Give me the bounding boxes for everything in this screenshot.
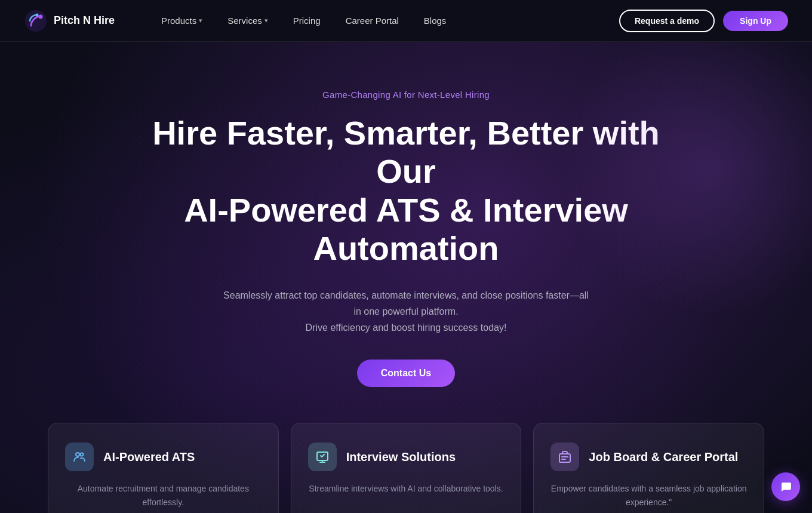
hero-section: Game-Changing AI for Next-Level Hiring H… (0, 42, 812, 513)
chevron-down-icon: ▾ (264, 17, 268, 24)
card-interview-title: Interview Solutions (346, 450, 456, 464)
card-ats-desc: Automate recruitment and manage candidat… (65, 482, 262, 509)
card-jobboard-header: Job Board & Career Portal (550, 443, 747, 471)
card-jobboard-title: Job Board & Career Portal (589, 450, 738, 464)
card-jobboard: Job Board & Career Portal Empower candid… (533, 423, 764, 513)
nav-item-career-portal[interactable]: Career Portal (335, 11, 410, 30)
feature-cards-grid: AI-Powered ATS Automate recruitment and … (48, 423, 764, 513)
svg-rect-6 (559, 454, 570, 462)
request-demo-button[interactable]: Request a demo (619, 10, 715, 32)
brand-logo-link[interactable]: Pitch N Hire (24, 9, 115, 33)
svg-point-4 (81, 453, 84, 456)
brand-name-text: Pitch N Hire (54, 14, 115, 27)
nav-links: Products ▾ Services ▾ Pricing Career Por… (150, 11, 619, 30)
nav-item-blogs[interactable]: Blogs (413, 11, 457, 30)
chat-icon (779, 480, 792, 493)
card-ats-title: AI-Powered ATS (103, 450, 195, 464)
ats-icon (65, 443, 94, 471)
nav-actions: Request a demo Sign Up (619, 10, 788, 32)
sign-up-button[interactable]: Sign Up (723, 11, 788, 31)
chevron-down-icon: ▾ (199, 17, 202, 24)
svg-point-3 (76, 453, 79, 456)
brand-logo-icon (24, 9, 48, 33)
hero-tagline: Game-Changing AI for Next-Level Hiring (322, 90, 490, 100)
card-ats-header: AI-Powered ATS (65, 443, 262, 471)
contact-us-button[interactable]: Contact Us (357, 360, 455, 387)
svg-point-0 (25, 10, 47, 32)
navbar: Pitch N Hire Products ▾ Services ▾ Prici… (0, 0, 812, 42)
card-jobboard-desc: Empower candidates with a seamless job a… (550, 482, 747, 509)
nav-item-services[interactable]: Services ▾ (217, 11, 279, 30)
chat-bubble-button[interactable] (771, 472, 800, 501)
interview-icon (308, 443, 337, 471)
card-interview: Interview Solutions Streamline interview… (291, 423, 522, 513)
svg-point-2 (36, 13, 39, 16)
card-interview-header: Interview Solutions (308, 443, 505, 471)
jobboard-icon (550, 443, 579, 471)
hero-subtitle: Seamlessly attract top candidates, autom… (221, 287, 591, 336)
card-interview-desc: Streamline interviews with AI and collab… (308, 482, 505, 509)
nav-item-products[interactable]: Products ▾ (150, 11, 213, 30)
nav-item-pricing[interactable]: Pricing (282, 11, 331, 30)
svg-point-1 (39, 14, 43, 19)
hero-title: Hire Faster, Smarter, Better with Our AI… (149, 114, 663, 268)
card-ats: AI-Powered ATS Automate recruitment and … (48, 423, 279, 513)
